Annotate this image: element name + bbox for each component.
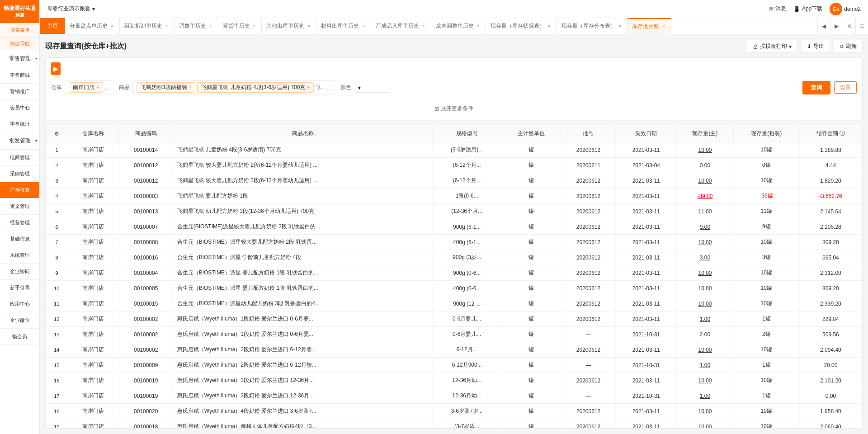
tab-inventory-status[interactable]: 现存量（库存状况表） × xyxy=(486,18,557,34)
cell-qty-main[interactable]: 3.00 xyxy=(677,250,733,265)
warehouse-select[interactable]: 南岸门店 × ... xyxy=(65,80,113,94)
table-scroll[interactable]: ⚙ 仓库名称 商品编码 商品名称 规格型号 主计量单位 批号 失效日期 现存量(… xyxy=(46,125,862,428)
export-btn[interactable]: ⬇ 导出 xyxy=(801,40,830,53)
cell-expire: 2021-03-11 xyxy=(616,250,677,265)
user-profile[interactable]: Ea demo2 xyxy=(830,3,861,15)
cell-qty-main[interactable]: -39.00 xyxy=(677,189,733,204)
cell-qty-main[interactable]: 9.00 xyxy=(677,219,733,235)
sidebar-item-wechat[interactable]: 企业微信 xyxy=(0,312,39,329)
sidebar-item-retail[interactable]: 零售管理 ▾ xyxy=(0,50,39,67)
sidebar-item-member2[interactable]: 畅会员 xyxy=(0,329,39,345)
sidebar-item-system[interactable]: 系统管理 xyxy=(0,247,39,264)
sidebar-item-retail-shop[interactable]: 零售商城 xyxy=(0,67,39,84)
sidebar-item-finance[interactable]: 资金管理 xyxy=(0,198,39,215)
cell-qty-main[interactable]: 10.00 xyxy=(677,296,733,311)
sidebar-item-guide[interactable]: 新手引导 xyxy=(0,280,39,296)
sidebar-item-operations[interactable]: 经营管理 xyxy=(0,215,39,231)
tab-split-inventory-close[interactable]: × xyxy=(109,23,115,29)
cell-unit: 罐 xyxy=(501,235,561,250)
expand-conditions-btn[interactable]: ⊞ 展开更多条件 xyxy=(51,102,857,115)
cell-batch: 20200612 xyxy=(561,342,616,358)
sidebar-search-btn[interactable]: 搜索菜单 xyxy=(0,23,39,38)
cell-qty-main[interactable]: 10.00 xyxy=(677,142,733,158)
product-tag-2-close[interactable]: × xyxy=(307,85,310,90)
cell-qty-pkg: 10罐 xyxy=(733,142,799,158)
message-icon: ✉ xyxy=(769,6,774,12)
cell-qty-main[interactable]: 1.00 xyxy=(677,358,733,373)
refresh-btn[interactable]: ↺ 刷新 xyxy=(834,40,863,53)
sidebar-item-ecommerce[interactable]: 电商管理 xyxy=(0,150,39,166)
tab-mix-order-close[interactable]: × xyxy=(208,23,213,29)
warehouse-tag-close[interactable]: × xyxy=(96,85,99,90)
cell-amount: 1,189.88 xyxy=(799,142,862,158)
cell-qty-main[interactable]: 10.00 xyxy=(677,173,733,189)
tab-material-out[interactable]: 材料出库单历史 × xyxy=(316,18,371,34)
tab-nav-prev[interactable]: ◀ xyxy=(817,18,830,34)
tab-nav-next[interactable]: ▶ xyxy=(830,18,843,34)
tab-order-req-close[interactable]: × xyxy=(252,23,257,29)
tab-other-out-close[interactable]: × xyxy=(306,23,311,29)
table-row: 18南岸门店00100020惠氏启赋（Wyeth illuma）4段奶粉 爱尔兰… xyxy=(46,404,862,419)
refresh-icon: ↺ xyxy=(840,43,844,50)
tab-other-out[interactable]: 其他出库单历史 × xyxy=(262,18,316,34)
sidebar-item-basics[interactable]: 基础信息 xyxy=(0,231,39,247)
cell-qty-main[interactable]: 10.00 xyxy=(677,373,733,388)
tab-mix-order-label: 调拨单历史 xyxy=(179,22,206,30)
product-select[interactable]: 飞鹤奶粉3段两提装 × 飞鹤星飞帆 儿童奶粉 4段(3-6岁适用) 700克 ×… xyxy=(132,80,335,94)
cell-qty-main[interactable]: 10.00 xyxy=(677,265,733,281)
cell-qty-main[interactable]: 11.00 xyxy=(677,204,733,219)
tab-nav-close[interactable]: ✕ xyxy=(843,18,855,34)
cell-qty-main[interactable]: 10.00 xyxy=(677,404,733,419)
sidebar-item-purchase[interactable]: 采购管理 xyxy=(0,166,39,182)
tab-nav-menu[interactable]: ☰ xyxy=(855,18,868,34)
sidebar-item-marketing[interactable]: 营销推广 xyxy=(0,84,39,100)
product-more-btn[interactable]: ... xyxy=(326,85,331,91)
cell-qty-main[interactable]: 10.00 xyxy=(677,419,733,429)
tab-order-req[interactable]: 要货单历史 × xyxy=(218,18,262,34)
warehouse-more-btn[interactable]: ... xyxy=(105,85,109,91)
product-tag-1-close[interactable]: × xyxy=(189,85,192,90)
tab-cost-adjust-close[interactable]: × xyxy=(476,23,481,29)
messages-btn[interactable]: ✉ 消息 xyxy=(769,5,786,13)
cell-qty-main[interactable]: 0.00 xyxy=(677,158,733,173)
template-print-btn[interactable]: 🖨 按模板打印 ▾ xyxy=(747,40,797,53)
cell-qty-main[interactable]: 2.00 xyxy=(677,327,733,342)
cell-warehouse: 南岸门店 xyxy=(68,281,118,296)
cell-qty-main[interactable]: 1.00 xyxy=(677,388,733,404)
filter-toggle-btn[interactable]: ▶ xyxy=(51,62,61,75)
tab-inventory-status-close[interactable]: × xyxy=(547,23,552,29)
tab-batch-close[interactable]: 库存批次账 × xyxy=(627,18,671,34)
tab-inventory-dist-close[interactable]: × xyxy=(618,23,623,29)
tab-product-in[interactable]: 产成品入库单历史 × xyxy=(371,18,431,34)
cell-name: 惠氏启赋（Wyeth illuma）3段奶粉 爱尔兰进口 12-36月... xyxy=(173,373,433,388)
app-download-btn[interactable]: 📱 App下载 xyxy=(793,5,822,13)
sidebar-item-wholesale[interactable]: 批发管理 ▾ xyxy=(0,132,39,150)
tab-material-out-close[interactable]: × xyxy=(361,23,366,29)
query-btn[interactable]: 查询 xyxy=(802,81,830,94)
tab-split-inventory[interactable]: 分量盘点单历史 × xyxy=(65,18,120,34)
filter-settings-btn[interactable]: 设置 xyxy=(834,81,857,94)
org-selector[interactable]: 母婴行业演示账套 ▾ xyxy=(47,5,95,13)
sidebar-item-members[interactable]: 会员中心 xyxy=(0,100,39,116)
tab-disassemble[interactable]: 组装拆卸单历史 × xyxy=(120,18,175,34)
tab-home[interactable]: 首页 xyxy=(40,18,65,34)
cell-code: 00100003 xyxy=(118,189,173,204)
tab-cost-adjust[interactable]: 成本调整单历史 × xyxy=(431,18,486,34)
tab-inventory-dist[interactable]: 现存量（库存分布表） × xyxy=(557,18,628,34)
cell-qty-main[interactable]: 10.00 xyxy=(677,281,733,296)
cell-warehouse: 南岸门店 xyxy=(68,419,118,429)
tab-mix-order[interactable]: 调拨单历史 × xyxy=(175,18,218,34)
sidebar-item-apps[interactable]: 应用中心 xyxy=(0,296,39,312)
cell-qty-main[interactable]: 1.00 xyxy=(677,311,733,327)
sidebar-item-retail-stats[interactable]: 零售统计 xyxy=(0,116,39,132)
tab-disassemble-close[interactable]: × xyxy=(164,23,170,29)
color-select[interactable]: ▾ xyxy=(354,83,390,93)
sidebar-item-enterprise[interactable]: 企业协同 xyxy=(0,264,39,280)
col-settings[interactable]: ⚙ xyxy=(46,125,68,142)
cell-batch: 20200611 xyxy=(561,158,616,173)
tab-batch-close-close[interactable]: × xyxy=(661,24,666,29)
cell-qty-main[interactable]: 10.00 xyxy=(677,235,733,250)
sidebar-item-inventory[interactable]: 库存核算 xyxy=(0,182,39,198)
tab-product-in-close[interactable]: × xyxy=(421,23,426,29)
cell-qty-main[interactable]: 10.00 xyxy=(677,342,733,358)
